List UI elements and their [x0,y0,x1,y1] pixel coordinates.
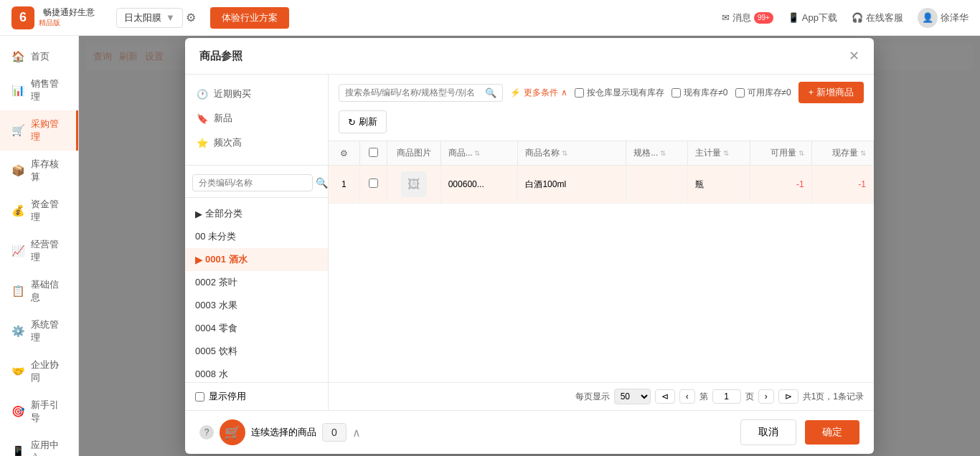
sidebar-item-collab[interactable]: 🤝 企业协同 [0,351,78,391]
select-all-checkbox[interactable] [369,148,378,157]
sidebar-item-management[interactable]: 📈 经营管理 [0,231,78,271]
logo-area: 6 畅捷通好生意 精品版 [11,6,95,29]
sidebar-item-guide[interactable]: 🎯 新手引导 [0,391,78,432]
divider [185,165,328,166]
sidebar-item-finance[interactable]: 💰 资金管理 [0,191,78,231]
current-stock-checkbox-label[interactable]: 现有库存≠0 [672,87,727,99]
th-checkbox[interactable] [359,141,387,166]
clock-icon: 🕐 [197,89,208,100]
category-0005[interactable]: 0005 饮料 [185,340,328,363]
store-selector[interactable]: 日太阳膜 ▼ [116,8,183,28]
tab-recent-purchase[interactable]: 🕐 近期购买 [185,82,328,106]
app-download-button[interactable]: 📱 App下载 [788,11,837,24]
tab-new-products[interactable]: 🔖 新品 [185,106,328,130]
current-stock-checkbox[interactable] [672,88,681,98]
collab-icon: 🤝 [11,365,25,378]
th-name[interactable]: 商品名称 [518,141,626,166]
available-stock-checkbox[interactable] [735,88,745,98]
tab-frequent[interactable]: ⭐ 频次高 [185,130,328,155]
product-search-bar[interactable]: 🔍 [339,84,503,102]
table-row[interactable]: 1 🖼 000600... 白酒100ml [329,166,874,204]
star-icon: ⭐ [197,138,208,148]
sidebar-item-apps[interactable]: 📱 应用中心 [0,432,78,456]
help-icon[interactable]: ? [199,425,214,440]
th-code[interactable]: 商品... [440,141,518,166]
category-0002-label: 0002 茶叶 [195,276,237,289]
show-disabled-checkbox[interactable] [195,392,204,402]
sidebar-item-purchase[interactable]: 🛒 采购管理 [0,110,78,151]
th-stock[interactable]: 现存量 [811,141,873,166]
category-all[interactable]: ▶ 全部分类 [185,202,328,225]
confirm-button[interactable]: 确定 [805,420,859,445]
total-info: 共1页，1条记录 [803,391,864,403]
category-0001[interactable]: ▶ 0001 酒水 [185,248,328,271]
category-search-input[interactable] [192,174,313,191]
modal-title: 商品参照 [199,49,242,63]
refresh-button[interactable]: ↻ 刷新 [339,110,387,133]
category-0004-label: 0004 零食 [195,322,237,335]
th-available[interactable]: 可用量 [750,141,811,166]
filter-button[interactable]: ⚡ 更多条件 ∧ [510,87,567,99]
settings-button[interactable]: ⚙ [183,8,199,27]
store-arrow-icon: ▼ [166,12,175,23]
sidebar-label-sales: 销售管理 [31,77,67,103]
sidebar-item-basic[interactable]: 📋 基础信息 [0,271,78,311]
last-page-button[interactable]: ⊳ [778,389,798,404]
sidebar-item-home[interactable]: 🏠 首页 [0,43,78,70]
next-page-button[interactable]: › [758,389,774,404]
available-stock-checkbox-label[interactable]: 可用库存≠0 [735,87,791,99]
warehouse-stock-checkbox-label[interactable]: 按仓库显示现有库存 [575,87,664,99]
th-spec[interactable]: 规格... [626,141,688,166]
pagination-row: 每页显示 50 20 100 ⊲ ‹ 第 页 › [329,382,874,410]
service-label: 在线客服 [866,11,903,24]
category-0008[interactable]: 0008 水 [185,363,328,382]
prev-page-button[interactable]: ‹ [679,389,695,404]
category-0004[interactable]: 0004 零食 [185,317,328,340]
product-search-input[interactable] [345,87,482,98]
page-input[interactable] [712,389,741,404]
category-0003[interactable]: 0003 水果 [185,294,328,317]
sidebar-label-purchase: 采购管理 [31,118,65,143]
message-button[interactable]: ✉ 消息 99+ [722,11,773,24]
row-checkbox[interactable] [369,179,378,188]
show-disabled-row: 显示停用 [185,382,328,410]
inventory-icon: 📦 [11,164,25,177]
main-layout: 🏠 首页 📊 销售管理 🛒 采购管理 📦 库存核算 💰 资金管理 📈 经营管理 … [0,36,980,456]
modal-close-button[interactable]: ✕ [849,48,859,64]
add-product-button[interactable]: + 新增商品 [798,82,864,103]
user-name: 徐泽华 [941,11,969,24]
sidebar-label-collab: 企业协同 [31,358,67,384]
sidebar-item-system[interactable]: ⚙️ 系统管理 [0,311,78,351]
category-00[interactable]: 00 未分类 [185,225,328,248]
filter-arrow-icon: ∧ [561,87,567,98]
category-0002[interactable]: 0002 茶叶 [185,271,328,294]
message-icon: ✉ [722,12,730,23]
sidebar-item-inventory[interactable]: 📦 库存核算 [0,151,78,191]
filter-label: 更多条件 [524,87,558,99]
user-profile[interactable]: 👤 徐泽华 [918,8,969,28]
first-page-button[interactable]: ⊲ [655,389,675,404]
cart-count: 0 [322,423,347,442]
cell-check[interactable] [359,166,387,204]
experience-button[interactable]: 体验行业方案 [210,7,289,29]
collapse-cart-button[interactable]: ∧ [352,426,361,440]
category-search-button[interactable]: 🔍 [316,177,328,189]
th-unit[interactable]: 主计量 [688,141,750,166]
toolbar-row: 🔍 ⚡ 更多条件 ∧ 按仓库显示现有库存 [329,75,874,141]
th-settings[interactable]: ⚙ [329,141,359,166]
warehouse-stock-label: 按仓库显示现有库存 [587,87,664,99]
product-image: 🖼 [401,171,427,197]
cancel-button[interactable]: 取消 [740,419,796,445]
sales-icon: 📊 [11,84,25,97]
warehouse-stock-checkbox[interactable] [575,88,584,98]
expand-icon: ▶ [195,209,202,219]
management-icon: 📈 [11,244,25,257]
refresh-label: 刷新 [359,115,377,128]
per-page-select[interactable]: 50 20 100 [614,389,651,404]
service-button[interactable]: 🎧 在线客服 [852,11,903,24]
message-badge: 99+ [754,12,773,24]
category-0008-label: 0008 水 [195,368,228,381]
th-image: 商品图片 [387,141,440,166]
sidebar-item-sales[interactable]: 📊 销售管理 [0,70,78,110]
modal-overlay: 商品参照 ✕ 🕐 近期购买 🔖 [79,36,980,456]
